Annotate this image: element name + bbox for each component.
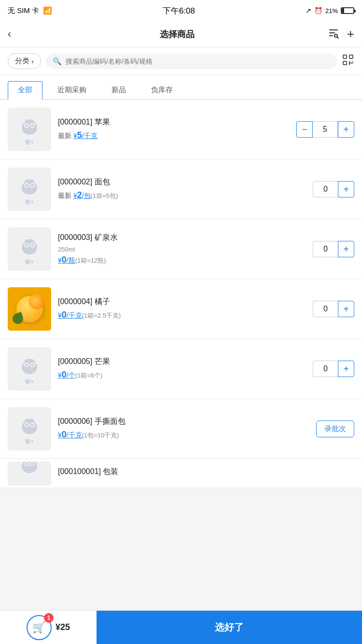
svg-rect-5 [343, 55, 347, 58]
nav-bar: ‹ 选择商品 + [0, 21, 362, 47]
qty-control: − + [296, 121, 354, 138]
search-input[interactable] [66, 57, 330, 65]
cart-icon[interactable]: 🛒 1 [27, 615, 52, 640]
qty-plus-button[interactable]: + [338, 241, 354, 257]
svg-point-16 [22, 181, 37, 195]
product-item: 智+ [0000005] 芒果 ¥0/个(1箱=6个) + [0, 339, 362, 399]
product-name: [0000006] 手撕面包 [58, 417, 309, 427]
svg-point-36 [22, 462, 37, 473]
qty-control: + [313, 181, 354, 197]
product-item: 智+ [0000006] 手撕面包 ¥0/千克(1包=10千克) 录批次 [0, 399, 362, 459]
svg-point-31 [22, 420, 37, 434]
tab-bar: 全部 近期采购 新品 负库存 [0, 75, 362, 100]
product-price: ¥0/千克(1包=10千克) [58, 430, 309, 440]
qty-plus-button[interactable]: + [338, 181, 354, 197]
product-spec: 250ml [58, 246, 306, 253]
cart-badge: 1 [44, 613, 54, 623]
product-item: 智+ [0000003] 矿泉水 250ml ¥0/瓶(1箱=12瓶) + [0, 220, 362, 279]
qty-control: + [313, 301, 354, 317]
product-image: 智+ [8, 168, 51, 211]
svg-point-19 [25, 184, 28, 187]
product-price: ¥0/千克(1箱=2.5千克) [58, 310, 306, 320]
location-icon: ↗ [306, 7, 311, 14]
svg-rect-7 [343, 61, 347, 65]
tab-new[interactable]: 新品 [101, 81, 136, 99]
status-left: 无 SIM 卡 📶 [8, 6, 52, 15]
filter-bar: 分类 › 🔍 [0, 47, 362, 75]
scan-icon[interactable] [342, 54, 354, 69]
qty-plus-button[interactable]: + [338, 361, 354, 377]
bottom-bar: 🛒 1 ¥25 选好了 [0, 610, 362, 644]
svg-rect-6 [349, 55, 353, 58]
svg-point-25 [31, 244, 34, 247]
svg-point-34 [25, 423, 28, 426]
tab-all[interactable]: 全部 [8, 81, 42, 100]
qty-input[interactable] [313, 241, 338, 257]
product-name: [000100001] 包装 [58, 467, 354, 477]
filter-icon[interactable] [328, 27, 339, 42]
product-item: [0000004] 橘子 ¥0/千克(1箱=2.5千克) + [0, 280, 362, 339]
product-image [8, 462, 51, 486]
qty-control: + [313, 241, 354, 257]
svg-point-24 [25, 244, 28, 247]
alarm-icon: ⏰ [314, 7, 322, 14]
qty-input[interactable] [313, 301, 338, 317]
search-wrap: 🔍 [46, 54, 337, 69]
qty-input[interactable] [313, 361, 338, 377]
product-name: [0000005] 芒果 [58, 357, 306, 367]
svg-point-26 [22, 361, 37, 374]
svg-point-21 [22, 241, 37, 254]
product-name: [0000002] 面包 [58, 177, 306, 187]
svg-line-4 [337, 37, 338, 38]
category-label: 分类 [15, 56, 29, 66]
batch-button[interactable]: 录批次 [316, 420, 354, 437]
product-info: [0000002] 面包 最新 ¥2/包(1袋=5包) [58, 177, 306, 201]
qty-plus-button[interactable]: + [338, 301, 354, 317]
svg-point-30 [31, 364, 34, 366]
svg-point-29 [25, 364, 28, 366]
svg-point-11 [22, 121, 37, 135]
status-bar: 无 SIM 卡 📶 下午6:08 ↗ ⏰ 21% [0, 0, 362, 21]
product-image: 智+ [8, 347, 51, 391]
svg-point-40 [31, 462, 34, 465]
cart-total: ¥25 [56, 622, 70, 632]
back-button[interactable]: ‹ [8, 28, 27, 41]
product-info: [0000004] 橘子 ¥0/千克(1箱=2.5千克) [58, 297, 306, 321]
qty-plus-button[interactable]: + [338, 121, 354, 138]
product-item: [000100001] 包装 [0, 459, 362, 488]
nav-actions: + [328, 27, 354, 42]
cart-section: 🛒 1 ¥25 [0, 615, 97, 640]
qty-input[interactable] [313, 121, 338, 138]
product-price: ¥0/个(1箱=6个) [58, 370, 306, 380]
product-info: [0000005] 芒果 ¥0/个(1箱=6个) [58, 357, 306, 381]
product-info: [0000006] 手撕面包 ¥0/千克(1包=10千克) [58, 417, 309, 441]
product-name: [0000001] 苹果 [58, 117, 290, 127]
tab-negative[interactable]: 负库存 [141, 81, 183, 99]
wifi-icon: 📶 [43, 6, 52, 15]
product-name: [0000004] 橘子 [58, 297, 306, 307]
product-list: 智+ [0000001] 苹果 最新 ¥5/千克 − + [0, 100, 362, 488]
tab-recent[interactable]: 近期采购 [47, 81, 97, 99]
svg-point-35 [31, 423, 34, 426]
qty-control: + [313, 361, 354, 377]
product-image [8, 287, 51, 331]
product-price: ¥0/瓶(1箱=12瓶) [58, 255, 306, 265]
product-info: [000100001] 包装 [58, 467, 354, 480]
product-item: 智+ [0000002] 面包 最新 ¥2/包(1袋=5包) + [0, 160, 362, 219]
svg-point-39 [25, 462, 28, 465]
qty-minus-button[interactable]: − [296, 121, 313, 138]
product-image: 智+ [8, 227, 51, 271]
qty-input[interactable] [313, 181, 338, 197]
product-info: [0000001] 苹果 最新 ¥5/千克 [58, 117, 290, 141]
search-icon: 🔍 [53, 57, 62, 66]
category-button[interactable]: 分类 › [8, 53, 41, 69]
status-right: ↗ ⏰ 21% [306, 7, 354, 14]
add-icon[interactable]: + [347, 27, 354, 42]
product-price: 最新 ¥5/千克 [58, 130, 290, 140]
product-item: 智+ [0000001] 苹果 最新 ¥5/千克 − + [0, 100, 362, 159]
svg-point-14 [25, 124, 28, 127]
confirm-button[interactable]: 选好了 [97, 611, 362, 644]
product-name: [0000003] 矿泉水 [58, 233, 306, 243]
product-info: [0000003] 矿泉水 250ml ¥0/瓶(1箱=12瓶) [58, 233, 306, 266]
battery-label: 21% [325, 7, 338, 14]
